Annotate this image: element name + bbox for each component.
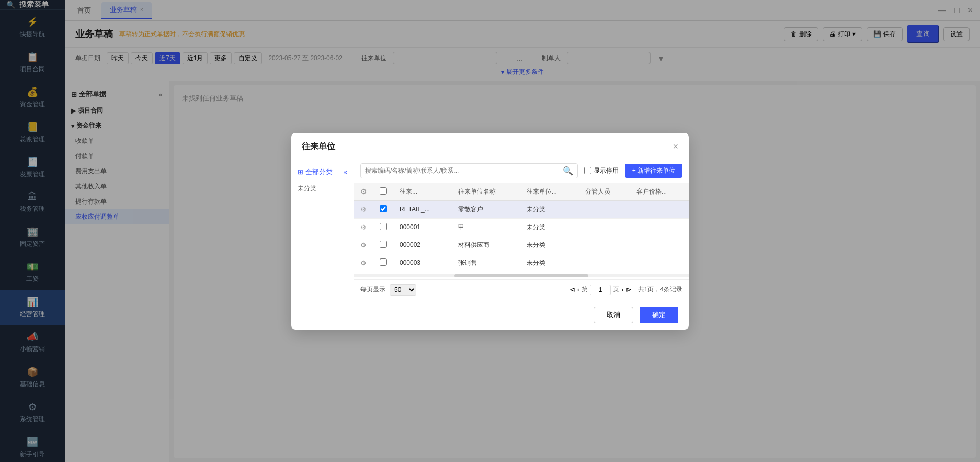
table-row[interactable]: ⚙ 000001 甲 未分类 [354, 218, 689, 236]
row-checkbox-cell [373, 200, 393, 218]
col-check [373, 183, 393, 201]
row-name: 零散客户 [452, 200, 520, 218]
modal-pagination: 每页显示 50 100 ⊲ ‹ 第 页 › ⊳ 共1页，4条记录 [354, 279, 689, 300]
grid-icon-small: ⊞ [298, 168, 303, 176]
row-manager [579, 254, 630, 272]
modal-category-all[interactable]: ⊞ 全部分类 « [291, 163, 354, 181]
modal-overlay[interactable]: 往来单位 × ⊞ 全部分类 « 未分类 🔍 [0, 0, 980, 462]
collapse-left-icon[interactable]: « [344, 168, 347, 176]
col-gear: ⚙ [354, 183, 373, 201]
row-settings-icon: ⚙ [360, 223, 367, 231]
per-page-label: 每页显示 [360, 285, 385, 294]
row-manager [579, 236, 630, 254]
modal-title: 往来单位 [302, 141, 335, 152]
modal-body: ⊞ 全部分类 « 未分类 🔍 显示停用 [291, 159, 689, 300]
modal-close-button[interactable]: × [673, 141, 678, 152]
search-icon: 🔍 [563, 166, 573, 176]
last-page-button[interactable]: ⊳ [626, 286, 632, 294]
pagination-controls: ⊲ ‹ 第 页 › ⊳ 共1页，4条记录 [569, 285, 682, 295]
horizontal-scrollbar[interactable] [354, 274, 689, 277]
modal-search-input[interactable] [365, 167, 561, 174]
row-price [630, 254, 689, 272]
row-gear: ⚙ [354, 218, 373, 236]
total-text: 共1页，4条记录 [638, 285, 682, 294]
show-disabled-text: 显示停用 [594, 166, 619, 175]
row-checkbox[interactable] [380, 223, 387, 230]
row-settings-icon: ⚙ [360, 241, 367, 249]
show-disabled-checkbox[interactable] [584, 167, 591, 174]
confirm-button[interactable]: 确定 [640, 307, 678, 323]
row-code: 000001 [393, 218, 452, 236]
modal-toolbar: 🔍 显示停用 + 新增往来单位 [354, 159, 689, 183]
select-all-checkbox[interactable] [380, 187, 387, 195]
col-type: 往来单位... [520, 183, 579, 201]
modal-actions: 取消 确定 [291, 300, 689, 330]
row-gear: ⚙ [354, 200, 373, 218]
table-row[interactable]: ⚙ RETAIL_... 零散客户 未分类 [354, 200, 689, 218]
page-input[interactable] [590, 285, 611, 295]
row-code: RETAIL_... [393, 200, 452, 218]
row-type: 未分类 [520, 254, 579, 272]
table-header-row: ⚙ 往来... 往来单位名称 [354, 183, 689, 201]
modal-table: ⚙ 往来... 往来单位名称 [354, 183, 689, 279]
row-code: 000002 [393, 236, 452, 254]
row-manager [579, 200, 630, 218]
new-partner-button[interactable]: + 新增往来单位 [625, 164, 682, 178]
row-price [630, 236, 689, 254]
col-manager: 分管人员 [579, 183, 630, 201]
settings-icon[interactable]: ⚙ [360, 187, 367, 196]
table-row[interactable]: ⚙ 000002 材料供应商 未分类 [354, 236, 689, 254]
row-name: 材料供应商 [452, 236, 520, 254]
modal-main-content: 🔍 显示停用 + 新增往来单位 ⚙ [354, 159, 689, 300]
row-price [630, 200, 689, 218]
row-checkbox[interactable] [380, 241, 387, 248]
row-checkbox[interactable] [380, 258, 387, 266]
cancel-button[interactable]: 取消 [594, 307, 633, 323]
row-checkbox-cell [373, 254, 393, 272]
row-gear: ⚙ [354, 254, 373, 272]
next-page-button[interactable]: › [621, 286, 623, 294]
page-label: 第 [582, 285, 588, 294]
row-settings-icon: ⚙ [360, 259, 367, 267]
modal-search-box[interactable]: 🔍 [360, 163, 578, 178]
col-price: 客户价格... [630, 183, 689, 201]
first-page-button[interactable]: ⊲ [569, 286, 575, 294]
row-settings-icon: ⚙ [360, 206, 367, 213]
row-type: 未分类 [520, 218, 579, 236]
modal-header: 往来单位 × [291, 133, 689, 159]
show-disabled-label[interactable]: 显示停用 [584, 166, 619, 175]
row-name: 张销售 [452, 254, 520, 272]
scrollbar-thumb [454, 274, 588, 277]
row-type: 未分类 [520, 200, 579, 218]
row-type: 未分类 [520, 236, 579, 254]
per-page-select[interactable]: 50 100 [390, 284, 416, 296]
modal-categories-sidebar: ⊞ 全部分类 « 未分类 [291, 159, 354, 300]
table-row[interactable]: ⚙ 000003 张销售 未分类 [354, 254, 689, 272]
row-checkbox-cell [373, 218, 393, 236]
row-name: 甲 [452, 218, 520, 236]
row-checkbox[interactable] [380, 205, 387, 212]
modal-category-all-label: 全部分类 [305, 167, 333, 177]
row-price [630, 218, 689, 236]
row-manager [579, 218, 630, 236]
modal-uncategorized-label: 未分类 [291, 181, 354, 196]
row-checkbox-cell [373, 236, 393, 254]
col-code: 往来... [393, 183, 452, 201]
page-unit: 页 [613, 285, 619, 294]
row-code: 000003 [393, 254, 452, 272]
modal-partner: 往来单位 × ⊞ 全部分类 « 未分类 🔍 [291, 133, 689, 330]
row-gear: ⚙ [354, 236, 373, 254]
col-name: 往来单位名称 [452, 183, 520, 201]
prev-page-button[interactable]: ‹ [577, 286, 579, 294]
